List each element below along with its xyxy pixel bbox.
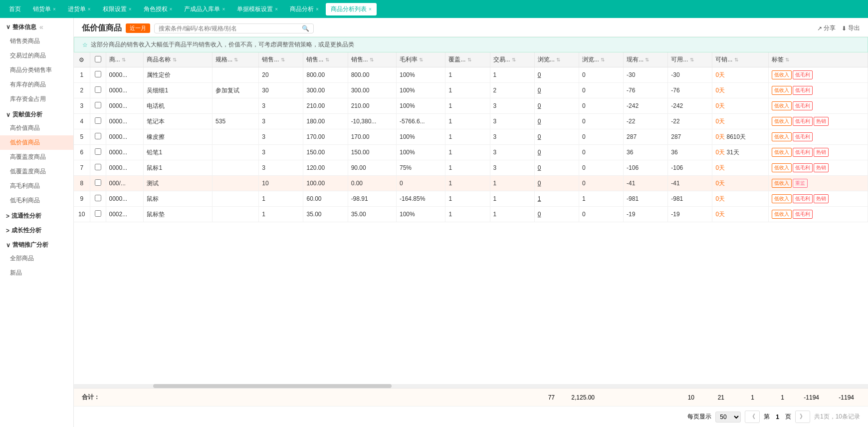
- row-checkbox-cell[interactable]: [90, 98, 106, 114]
- sidebar-item-high-coverage[interactable]: 高覆盖度商品: [0, 150, 73, 164]
- sidebar-item-traded-goods[interactable]: 交易过的商品: [0, 48, 73, 63]
- row-checkbox[interactable]: [95, 71, 101, 77]
- share-button[interactable]: ↗ 分享: [817, 24, 836, 32]
- browse-link[interactable]: 0: [538, 133, 541, 140]
- row-checkbox-cell[interactable]: [90, 83, 106, 98]
- browse-link[interactable]: 0: [538, 211, 541, 218]
- browse-link[interactable]: 0: [538, 87, 541, 94]
- close-icon[interactable]: ×: [222, 6, 225, 12]
- sidebar-item-stock-goods[interactable]: 有库存的商品: [0, 77, 73, 92]
- sidebar-item-low-coverage[interactable]: 低覆盖度商品: [0, 164, 73, 179]
- sidebar-group-contribution[interactable]: ∨ 贡献值分析: [0, 106, 73, 121]
- close-icon[interactable]: ×: [53, 6, 56, 12]
- row-checkbox[interactable]: [95, 195, 101, 201]
- sidebar-group-overall[interactable]: ∨ 整体信息 «: [0, 18, 73, 34]
- collapse-button[interactable]: «: [38, 22, 44, 32]
- table-row[interactable]: 6 0000... 铅笔1 3 150.00 150.00 100% 1 3 0…: [74, 145, 868, 160]
- nav-template-settings[interactable]: 单据模板设置 ×: [232, 3, 283, 15]
- row-checkbox-cell[interactable]: [90, 145, 106, 160]
- col-settings[interactable]: ⚙: [74, 52, 90, 67]
- close-icon[interactable]: ×: [88, 6, 91, 12]
- col-saleable[interactable]: 可销... ⇅: [712, 52, 769, 67]
- sidebar-item-all-goods[interactable]: 全部商品: [0, 251, 73, 266]
- table-row[interactable]: 2 0000... 吴细细1 参加复试 30 300.00 300.00 100…: [74, 83, 868, 98]
- table-row[interactable]: 10 0002... 鼠标垫 1 35.00 35.00 100% 1 1 0 …: [74, 207, 868, 222]
- nav-home[interactable]: 首页: [4, 3, 26, 15]
- col-browse1[interactable]: 浏览... ⇅: [534, 52, 579, 67]
- nav-product-in[interactable]: 产成品入库单 ×: [179, 3, 230, 15]
- browse-link[interactable]: 0: [538, 164, 541, 171]
- row-checkbox[interactable]: [95, 148, 101, 155]
- sidebar-item-high-value[interactable]: 高价值商品: [0, 121, 73, 135]
- sidebar-group-circulation[interactable]: > 流通性分析: [0, 208, 73, 222]
- export-button[interactable]: ⬇ 导出: [842, 24, 860, 32]
- col-trade[interactable]: 交易... ⇅: [490, 52, 534, 67]
- row-checkbox-cell[interactable]: [90, 114, 106, 129]
- sidebar-item-stock-funds[interactable]: 库存资金占用: [0, 92, 73, 106]
- table-row[interactable]: 7 0000... 鼠标1 3 120.00 90.00 75% 1 3 0 0…: [74, 160, 868, 176]
- row-checkbox-cell[interactable]: [90, 191, 106, 207]
- close-icon[interactable]: ×: [170, 6, 173, 12]
- col-current[interactable]: 现有... ⇅: [624, 52, 668, 67]
- row-checkbox[interactable]: [95, 210, 101, 217]
- row-checkbox[interactable]: [95, 102, 101, 108]
- row-checkbox-cell[interactable]: [90, 207, 106, 222]
- sidebar-item-high-margin[interactable]: 高毛利商品: [0, 179, 73, 193]
- row-checkbox-cell[interactable]: [90, 129, 106, 145]
- sidebar-item-low-margin[interactable]: 低毛利商品: [0, 193, 73, 208]
- col-spec[interactable]: 规格... ⇅: [213, 52, 259, 67]
- table-row[interactable]: 3 0000... 电话机 3 210.00 210.00 100% 1 3 0…: [74, 98, 868, 114]
- nav-product-analysis-list[interactable]: 商品分析列表 ×: [326, 3, 377, 15]
- sidebar-item-low-value[interactable]: 低价值商品: [0, 135, 73, 150]
- table-row[interactable]: 4 0000... 笔记本 535 3 180.00 -10,380... -5…: [74, 114, 868, 129]
- nav-sales-order[interactable]: 销货单 ×: [28, 3, 61, 15]
- col-name[interactable]: 商品名称 ⇅: [144, 52, 213, 67]
- row-checkbox-cell[interactable]: [90, 176, 106, 191]
- col-usable[interactable]: 可用... ⇅: [668, 52, 712, 67]
- sidebar-item-new-goods[interactable]: 新品: [0, 266, 73, 280]
- browse-link[interactable]: 0: [538, 71, 541, 78]
- scrollbar-thumb[interactable]: [153, 384, 392, 388]
- browse-link[interactable]: 0: [538, 118, 541, 125]
- sidebar-group-marketing[interactable]: ∨ 营销推广分析: [0, 237, 73, 251]
- col-sales2[interactable]: 销售... ⇅: [303, 52, 348, 67]
- close-icon[interactable]: ×: [275, 6, 278, 12]
- row-checkbox-cell[interactable]: [90, 67, 106, 83]
- table-row[interactable]: 8 000/... 测试 10 100.00 0.00 0 1 1 0 0 -4…: [74, 176, 868, 191]
- nav-purchase[interactable]: 进货单 ×: [63, 3, 96, 15]
- col-code[interactable]: 商... ⇅: [106, 52, 144, 67]
- nav-permissions[interactable]: 权限设置 ×: [98, 3, 137, 15]
- browse-link[interactable]: 0: [538, 149, 541, 156]
- search-input[interactable]: [159, 25, 300, 32]
- sidebar-group-growth[interactable]: > 成长性分析: [0, 222, 73, 237]
- browse-link[interactable]: 1: [538, 195, 541, 202]
- horizontal-scrollbar[interactable]: [74, 384, 868, 388]
- row-checkbox[interactable]: [95, 164, 101, 170]
- row-checkbox[interactable]: [95, 179, 101, 186]
- sidebar-item-category-rate[interactable]: 商品分类销售率: [0, 63, 73, 77]
- select-all-checkbox[interactable]: [95, 56, 101, 62]
- table-row[interactable]: 9 0000... 鼠标 1 60.00 -98.91 -164.85% 1 1…: [74, 191, 868, 207]
- first-page-button[interactable]: 《: [745, 411, 760, 423]
- col-tags[interactable]: 标签 ⇅: [769, 52, 868, 67]
- table-row[interactable]: 1 0000... 属性定价 20 800.00 800.00 100% 1 1…: [74, 67, 868, 83]
- nav-roles[interactable]: 角色授权 ×: [139, 3, 178, 15]
- time-badge[interactable]: 近一月: [126, 23, 150, 33]
- search-icon[interactable]: 🔍: [302, 25, 309, 32]
- row-checkbox-cell[interactable]: [90, 160, 106, 176]
- close-icon[interactable]: ×: [369, 6, 372, 12]
- last-page-button[interactable]: 》: [795, 411, 810, 423]
- row-checkbox[interactable]: [95, 117, 101, 124]
- close-icon[interactable]: ×: [316, 6, 319, 12]
- nav-product-analysis[interactable]: 商品分析 ×: [285, 3, 324, 15]
- sidebar-item-sales-goods[interactable]: 销售类商品: [0, 34, 73, 48]
- col-sales3[interactable]: 销售... ⇅: [348, 52, 396, 67]
- row-checkbox[interactable]: [95, 133, 101, 139]
- row-checkbox[interactable]: [95, 86, 101, 93]
- col-sales1[interactable]: 销售... ⇅: [259, 52, 303, 67]
- col-cover[interactable]: 覆盖... ⇅: [445, 52, 490, 67]
- col-margin[interactable]: 毛利率 ⇅: [397, 52, 445, 67]
- table-row[interactable]: 5 0000... 橡皮擦 3 170.00 170.00 100% 1 3 0…: [74, 129, 868, 145]
- browse-link[interactable]: 0: [538, 180, 541, 187]
- per-page-select[interactable]: 50 100 200: [715, 412, 741, 423]
